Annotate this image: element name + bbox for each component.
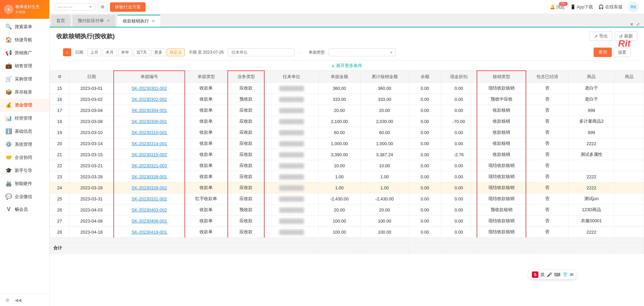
notifications-area[interactable]: 🔔 消息 99+ xyxy=(550,4,565,10)
cell-docno[interactable]: SK-20230315-002 xyxy=(114,149,185,160)
sidebar-item-quick-nav[interactable]: 🏠 快捷导航 xyxy=(0,33,49,46)
sidebar-item-sys-mgmt[interactable]: ⚙️ 系统管理 xyxy=(0,138,49,151)
tab-close-all-icon[interactable]: ✕ xyxy=(630,22,634,27)
docno-link[interactable]: SK-20230308-001 xyxy=(131,119,167,124)
query-button[interactable]: 查询 xyxy=(594,48,612,57)
docno-link[interactable]: SK-20230304-001 xyxy=(131,108,167,113)
date-btn-more[interactable]: 更多 xyxy=(151,49,165,56)
tab-home[interactable]: 首页 xyxy=(51,15,70,27)
date-btn-last-7days[interactable]: 近7天 xyxy=(133,49,150,56)
cell-docno[interactable]: SK-20230328-001 xyxy=(114,171,185,182)
docno-link[interactable]: SK-20230331-002 xyxy=(131,196,167,201)
docno-link[interactable]: SK-20230418-001 xyxy=(131,230,167,235)
topbar-right: 🔔 消息 99+ 📱 App下载 🎧 在线客服 Rit xyxy=(550,2,639,12)
app-download-area[interactable]: 📱 App下载 xyxy=(570,4,593,10)
cell-partner: ████████ xyxy=(264,138,318,149)
th-goods: 商品 xyxy=(569,71,614,83)
expand-more-button[interactable]: ∨ 展开更多条件 xyxy=(331,63,362,69)
cell-docno[interactable]: SK-20230331-002 xyxy=(114,193,185,204)
sidebar-item-inventory[interactable]: 📦 库存核算 xyxy=(0,85,49,99)
cell-docno[interactable]: SK-20230328-002 xyxy=(114,182,185,193)
sidebar-item-corp[interactable]: 🤝 企业协同 xyxy=(0,151,49,164)
tab-prepay-order[interactable]: 预付款应付单 ✕ xyxy=(72,15,115,27)
sidebar-item-marketing[interactable]: 📢 营销推广 xyxy=(0,46,49,59)
cell-docno[interactable]: SK-20230301-002 xyxy=(114,83,185,94)
docno-link[interactable]: SK-20230310-001 xyxy=(131,130,167,135)
cell-docno[interactable]: SK-20230308-001 xyxy=(114,116,185,127)
cell-goodsmore xyxy=(614,116,644,127)
settings-button[interactable]: 设置 xyxy=(614,48,631,57)
cell-amount: 20.00 xyxy=(319,204,360,216)
sidebar-item-search-menu[interactable]: 🔍 搜索菜单 xyxy=(0,20,49,33)
docno-link[interactable]: SK-20230408-001 xyxy=(131,219,167,224)
newbie-icon: 🎓 xyxy=(5,167,12,174)
cell-balance: 0.00 xyxy=(409,182,441,193)
online-service-area[interactable]: 🎧 在线客服 xyxy=(598,4,623,10)
tab-prepay-close-icon[interactable]: ✕ xyxy=(107,18,110,23)
cell-docno[interactable]: SK-20230321-003 xyxy=(114,160,185,171)
cell-docno[interactable]: SK-20230408-001 xyxy=(114,216,185,227)
scroll-spacer xyxy=(50,238,644,243)
brand-name: — — — xyxy=(58,5,72,9)
cell-include: 否 xyxy=(526,160,569,171)
cell-docno[interactable]: SK-20230302-002 xyxy=(114,94,185,105)
cell-docno[interactable]: SK-20230310-001 xyxy=(114,127,185,138)
date-btn-this-year[interactable]: 本年 xyxy=(118,49,132,56)
cell-docno[interactable]: SK-20230314-001 xyxy=(114,138,185,149)
tab-receipt-exec[interactable]: 收款核销执行 ✕ xyxy=(117,15,160,27)
sidebar-item-newbie[interactable]: 🎓 新手引导 xyxy=(0,164,49,177)
bell-icon: 🔔 xyxy=(550,4,555,9)
tab-expand-icon[interactable]: ⤢ xyxy=(636,22,640,27)
date-btn-custom[interactable]: 自定义 xyxy=(167,49,185,56)
footer-label: 合计 xyxy=(50,243,319,254)
sidebar-item-member[interactable]: V 畅会员 xyxy=(0,203,49,216)
sidebar-label-corp-wechat: 企业微信 xyxy=(15,194,32,200)
cell-docno[interactable]: SK-20230418-001 xyxy=(114,227,185,238)
docno-link[interactable]: SK-20230328-002 xyxy=(131,185,167,190)
cell-docno[interactable]: SK-20230403-002 xyxy=(114,204,185,216)
expand-icon: ∨ xyxy=(331,63,335,68)
sidebar-item-purchase[interactable]: 🛒 采购管理 xyxy=(0,72,49,85)
filter-toggle-button[interactable]: » xyxy=(63,48,71,56)
cell-docno[interactable]: SK-20230304-001 xyxy=(114,105,185,116)
sidebar-item-operation[interactable]: 📊 经营管理 xyxy=(0,112,49,125)
column-settings-icon[interactable]: ⚙ xyxy=(58,74,62,79)
sidebar-item-corp-wechat[interactable]: 💬 企业微信 xyxy=(0,190,49,203)
topbar-brand-dropdown[interactable]: — — — ▼ xyxy=(55,3,95,11)
sidebar-item-smart-hw[interactable]: 🖨️ 智能硬件 xyxy=(0,177,49,190)
partner-filter-input[interactable] xyxy=(228,48,295,56)
docno-link[interactable]: SK-20230314-001 xyxy=(131,141,167,146)
topbar-settings-button[interactable]: ⚙ xyxy=(98,2,107,12)
cell-goods: 123D商品 xyxy=(569,204,614,216)
date-btn-last-month[interactable]: 上月 xyxy=(87,49,101,56)
docno-link[interactable]: SK-20230315-002 xyxy=(131,152,167,157)
docno-link[interactable]: SK-20230301-002 xyxy=(131,86,167,91)
sidebar-item-finance[interactable]: 💰 资金管理 xyxy=(0,99,49,112)
docno-link[interactable]: SK-20230328-001 xyxy=(131,174,167,179)
export-button[interactable]: ↗ 导出 xyxy=(590,32,612,41)
cell-num: 22 xyxy=(50,160,70,171)
sidebar-item-basic-info[interactable]: ℹ️ 基础信息 xyxy=(0,125,49,138)
operation-icon: 📊 xyxy=(5,115,12,121)
cell-date: 2023-03-10 xyxy=(69,127,114,138)
cell-date: 2023-04-03 xyxy=(69,204,114,216)
date-range-display: 不限 至 2023-07-26 xyxy=(189,50,224,55)
cell-cumulative: 360.00 xyxy=(360,83,409,94)
tab-receipt-close-icon[interactable]: ✕ xyxy=(152,19,155,23)
cell-goodsmore xyxy=(614,94,644,105)
sidebar-collapse-icon[interactable]: ◀◀ xyxy=(15,298,21,303)
solution-button[interactable]: 体验行业方案 xyxy=(110,2,146,12)
cell-saletype: 现结收款核销 xyxy=(477,171,526,182)
sidebar-settings-icon[interactable]: ⚙ xyxy=(5,298,9,303)
date-btn-this-month[interactable]: 本月 xyxy=(103,49,117,56)
docno-link[interactable]: SK-20230302-002 xyxy=(131,97,167,102)
cell-goods: 多计量商品2 xyxy=(569,116,614,127)
sidebar-item-sales[interactable]: 💼 销售管理 xyxy=(0,59,49,72)
table-row: 282023-04-18SK-20230418-001收款单应收款███████… xyxy=(50,227,644,238)
docno-link[interactable]: SK-20230321-003 xyxy=(131,163,167,168)
doc-type-select[interactable] xyxy=(329,48,396,56)
user-avatar[interactable]: Rit xyxy=(628,2,639,12)
cell-biztype: 应收款 xyxy=(228,116,265,127)
docno-link[interactable]: SK-20230403-002 xyxy=(131,207,167,212)
th-settings[interactable]: ⚙ xyxy=(50,71,70,83)
